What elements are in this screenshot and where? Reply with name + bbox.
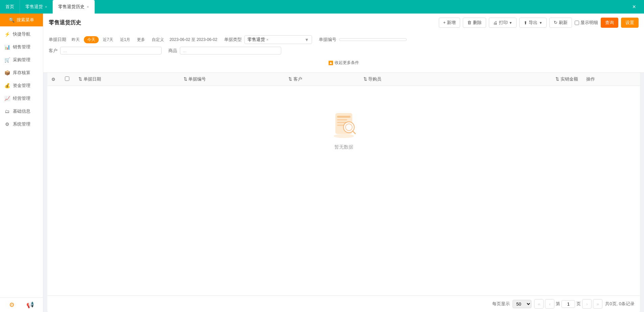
page-number-input[interactable] (562, 300, 575, 308)
goods-filter-item: 商品 ... (168, 47, 281, 54)
svg-point-0 (334, 134, 354, 138)
sidebar-item-quick-nav[interactable]: ⚡ 快捷导航 (0, 28, 43, 41)
sidebar-label-business: 经营管理 (13, 95, 30, 102)
tab-home[interactable]: 首页 (0, 0, 20, 14)
svg-rect-2 (337, 116, 351, 118)
col-amount[interactable]: ⇅ 实销金额 (477, 73, 582, 86)
sidebar-nav: ⚡ 快捷导航 📊 销售管理 🛒 采购管理 📦 库存核算 💰 资金管理 📈 经营管… (0, 26, 43, 297)
page-prefix-label: 第 (556, 301, 560, 307)
col-doc-no[interactable]: ⇅ 单据编号 (180, 73, 285, 86)
col-guide[interactable]: ⇅ 导购员 (359, 73, 449, 86)
top-bar: 首页零售退货×零售退货历史× × (0, 0, 644, 14)
sidebar-label-purchase-mgmt: 采购管理 (13, 57, 30, 63)
delete-button[interactable]: 🗑 删除 (463, 18, 486, 28)
window-close-button[interactable]: × (629, 3, 639, 10)
sidebar-item-sales-mgmt[interactable]: 📊 销售管理 (0, 41, 43, 53)
doc-type-remove-icon[interactable]: × (266, 38, 268, 42)
customer-placeholder: ... (63, 48, 67, 53)
filter-area: 单据日期 昨天 今天 近7天 近1月 更多 自定义 2023-06-02 至 2… (49, 32, 639, 72)
date-7days-btn[interactable]: 近7天 (100, 36, 116, 43)
date-yesterday-btn[interactable]: 昨天 (69, 36, 82, 43)
main-layout: 🔍 搜索菜单 ⚡ 快捷导航 📊 销售管理 🛒 采购管理 📦 库存核算 💰 资金管… (0, 14, 644, 312)
goods-placeholder: ... (183, 48, 187, 53)
print-icon: 🖨 (493, 20, 498, 25)
content-area: 零售退货历史 + 新增 🗑 删除 🖨 🖨 打印 打印 ▼ ⬆ 导出 ▼ (43, 14, 644, 312)
page-header: 零售退货历史 + 新增 🗑 删除 🖨 🖨 打印 打印 ▼ ⬆ 导出 ▼ (43, 14, 644, 73)
date-custom-btn[interactable]: 自定义 (149, 36, 167, 43)
doc-type-tag-label: 零售退货 (247, 37, 265, 43)
table-settings-icon[interactable]: ⚙ (51, 77, 55, 82)
date-filter-label: 单据日期 (49, 37, 66, 43)
sidebar: 🔍 搜索菜单 ⚡ 快捷导航 📊 销售管理 🛒 采购管理 📦 库存核算 💰 资金管… (0, 14, 43, 312)
nav-icon-finance: 💰 (4, 83, 10, 89)
collapse-label: 收起更多条件 (335, 60, 359, 66)
nav-icon-inventory: 📦 (4, 70, 10, 76)
tab-close-retail-return[interactable]: × (45, 5, 47, 9)
sidebar-label-quick-nav: 快捷导航 (13, 31, 30, 37)
col-checkbox (61, 73, 74, 86)
first-page-button[interactable]: « (534, 299, 544, 309)
empty-state: 暂无数据 (47, 86, 640, 171)
date-1month-btn[interactable]: 近1月 (117, 36, 133, 43)
doc-no-input[interactable] (339, 38, 407, 41)
date-more-btn[interactable]: 更多 (134, 36, 148, 43)
per-page-label: 每页显示 (492, 301, 510, 307)
filter-row-2: 客户 ... 商品 ... (49, 47, 639, 54)
last-page-button[interactable]: » (593, 299, 602, 309)
toolbar: + 新增 🗑 删除 🖨 🖨 打印 打印 ▼ ⬆ 导出 ▼ ↻ 刷新 (439, 18, 639, 28)
empty-text: 暂无数据 (334, 144, 353, 150)
new-button[interactable]: + 新增 (439, 18, 460, 28)
svg-line-8 (353, 131, 355, 134)
customer-input[interactable]: ... (60, 47, 162, 54)
total-info: 共0页, 0条记录 (605, 301, 635, 307)
filter-row-1: 单据日期 昨天 今天 近7天 近1月 更多 自定义 2023-06-02 至 2… (49, 35, 639, 44)
sidebar-item-base-info[interactable]: 🗂 基础信息 (0, 105, 43, 118)
tab-retail-return[interactable]: 零售退货× (20, 0, 53, 14)
next-page-button[interactable]: › (582, 299, 592, 309)
col-date[interactable]: ⇅ 单据日期 (74, 73, 180, 86)
customer-label: 客户 (49, 48, 57, 54)
tab-label-retail-return-history: 零售退货历史 (58, 4, 85, 10)
goods-input[interactable]: ... (180, 47, 281, 54)
show-detail-label: 显示明细 (580, 20, 598, 26)
sidebar-item-inventory[interactable]: 📦 库存核算 (0, 66, 43, 79)
sidebar-item-system[interactable]: ⚙ 系统管理 (0, 118, 43, 131)
col-settings: ⚙ (47, 73, 61, 86)
search-menu-button[interactable]: 🔍 搜索菜单 (0, 14, 43, 26)
refresh-button[interactable]: ↻ 刷新 (549, 18, 572, 28)
tab-label-retail-return: 零售退货 (25, 4, 43, 10)
per-page-select[interactable]: 50 10 20 100 (512, 300, 531, 308)
tab-retail-return-history[interactable]: 零售退货历史× (53, 0, 94, 14)
doc-type-label: 单据类型 (224, 37, 242, 43)
settings-button[interactable]: 设置 (621, 18, 639, 28)
collapse-button[interactable]: 🔼 收起更多条件 (328, 59, 359, 67)
export-button[interactable]: ⬆ 导出 ▼ (519, 18, 547, 28)
col-customer[interactable]: ⇅ 客户 (284, 73, 359, 86)
nav-icon-purchase-mgmt: 🛒 (4, 57, 10, 63)
empty-state-icon (327, 106, 361, 140)
goods-label: 商品 (168, 48, 177, 54)
date-today-btn[interactable]: 今天 (84, 36, 99, 43)
nav-icon-system: ⚙ (4, 121, 10, 127)
table-card: ⚙ ⇅ 单据日期 ⇅ 单据编号 (47, 73, 640, 312)
data-table: ⚙ ⇅ 单据日期 ⇅ 单据编号 (47, 73, 640, 86)
sidebar-label-finance: 资金管理 (13, 83, 30, 89)
sidebar-item-purchase-mgmt[interactable]: 🛒 采购管理 (0, 53, 43, 66)
col-spacer (449, 73, 477, 86)
page-input-group: 第 页 (556, 300, 581, 308)
speaker-bottom-icon[interactable]: 📢 (26, 301, 34, 309)
sidebar-item-finance[interactable]: 💰 资金管理 (0, 79, 43, 92)
select-all-checkbox[interactable] (65, 76, 69, 81)
tab-close-retail-return-history[interactable]: × (87, 5, 89, 9)
top-bar-right: × (629, 3, 644, 10)
prev-page-button[interactable]: ‹ (545, 299, 554, 309)
export-icon: ⬆ (524, 20, 527, 25)
doc-type-select[interactable]: 零售退货 × ▼ (244, 35, 312, 44)
query-button[interactable]: 查询 (601, 18, 618, 28)
show-detail-checkbox[interactable] (575, 21, 579, 25)
settings-bottom-icon[interactable]: ⚙ (9, 301, 15, 309)
print-button[interactable]: 🖨 🖨 打印 打印 ▼ (489, 18, 517, 28)
sidebar-item-business[interactable]: 📈 经营管理 (0, 92, 43, 105)
nav-icon-quick-nav: ⚡ (4, 31, 10, 37)
sidebar-bottom: ⚙ 📢 (0, 297, 43, 312)
